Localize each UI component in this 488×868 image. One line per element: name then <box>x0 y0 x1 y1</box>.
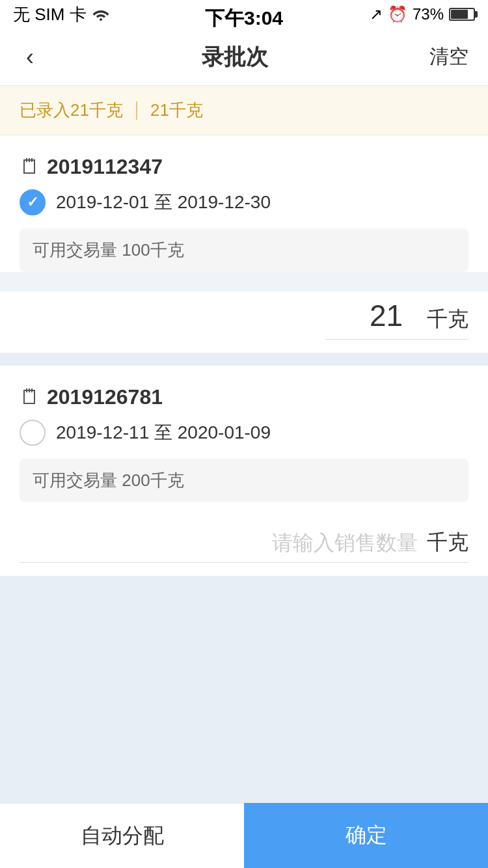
location-icon: ↗ <box>370 5 383 23</box>
clear-button[interactable]: 清空 <box>429 44 468 70</box>
recorded-value: 21千克 <box>150 99 203 122</box>
page-title: 录批次 <box>202 42 268 72</box>
recorded-label: 已录入21千克 <box>20 99 123 122</box>
batch2-input-line <box>20 562 468 563</box>
nav-bar: ‹ 录批次 清空 <box>0 29 488 86</box>
batch2-radio[interactable] <box>20 420 46 446</box>
batch2-date-row: 2019-12-11 至 2020-01-09 <box>20 420 468 446</box>
status-right: ↗ ⏰ 73% <box>370 5 475 23</box>
batch2-icon: 🗒 <box>20 385 40 409</box>
batch2-wrapper: 🗒 2019126781 2019-12-11 至 2020-01-09 可用交… <box>0 366 488 576</box>
batch1-quantity-wrapper: 21 千克 <box>0 292 488 353</box>
battery-icon <box>449 8 475 21</box>
batch2-input-wrapper: 千克 <box>0 522 488 576</box>
svg-point-0 <box>100 18 102 21</box>
info-banner: 已录入21千克 21千克 <box>0 86 488 135</box>
status-left: 无 SIM 卡 <box>13 3 110 26</box>
batch1-check-icon: ✓ <box>27 194 38 211</box>
bottom-bar: 自动分配 确定 <box>0 803 488 868</box>
batch1-card: 🗒 2019112347 ✓ 2019-12-01 至 2019-12-30 可… <box>0 135 488 272</box>
batch1-date: 2019-12-01 至 2019-12-30 <box>56 190 271 215</box>
batch1-quantity-line <box>325 339 468 340</box>
back-button[interactable]: ‹ <box>20 37 40 77</box>
batch2-quantity-input[interactable] <box>20 531 418 555</box>
batch2-availability: 可用交易量 200千克 <box>20 459 468 502</box>
battery-percent: 73% <box>413 5 444 23</box>
batch1-radio[interactable]: ✓ <box>20 189 46 215</box>
carrier-text: 无 SIM 卡 <box>13 3 87 26</box>
batch2-input-unit: 千克 <box>427 528 468 557</box>
info-divider <box>136 102 137 120</box>
wifi-icon <box>92 8 110 21</box>
batch1-quantity-unit: 千克 <box>427 305 468 334</box>
batch1-date-row: ✓ 2019-12-01 至 2019-12-30 <box>20 189 468 215</box>
batch1-quantity-row: 21 千克 <box>370 298 468 334</box>
batch1-id: 2019112347 <box>47 155 163 179</box>
confirm-button[interactable]: 确定 <box>244 803 488 868</box>
auto-distribute-button[interactable]: 自动分配 <box>0 803 244 868</box>
batch1-header: 🗒 2019112347 <box>20 155 468 179</box>
alarm-icon: ⏰ <box>388 5 407 23</box>
section-separator <box>0 353 488 366</box>
batch1-quantity-value: 21 <box>370 298 403 333</box>
batch2-input-row: 千克 <box>20 528 468 557</box>
batch1-availability: 可用交易量 100千克 <box>20 228 468 272</box>
status-bar: 无 SIM 卡 下午3:04 ↗ ⏰ 73% <box>0 0 488 29</box>
batch1-icon: 🗒 <box>20 155 40 179</box>
batch1-quantity-space <box>412 307 418 331</box>
status-time: 下午3:04 <box>205 5 283 32</box>
batch2-date: 2019-12-11 至 2020-01-09 <box>56 420 271 445</box>
batch2-header: 🗒 2019126781 <box>20 385 468 409</box>
batch2-card: 🗒 2019126781 2019-12-11 至 2020-01-09 可用交… <box>0 366 488 502</box>
batch2-id: 2019126781 <box>47 385 163 409</box>
